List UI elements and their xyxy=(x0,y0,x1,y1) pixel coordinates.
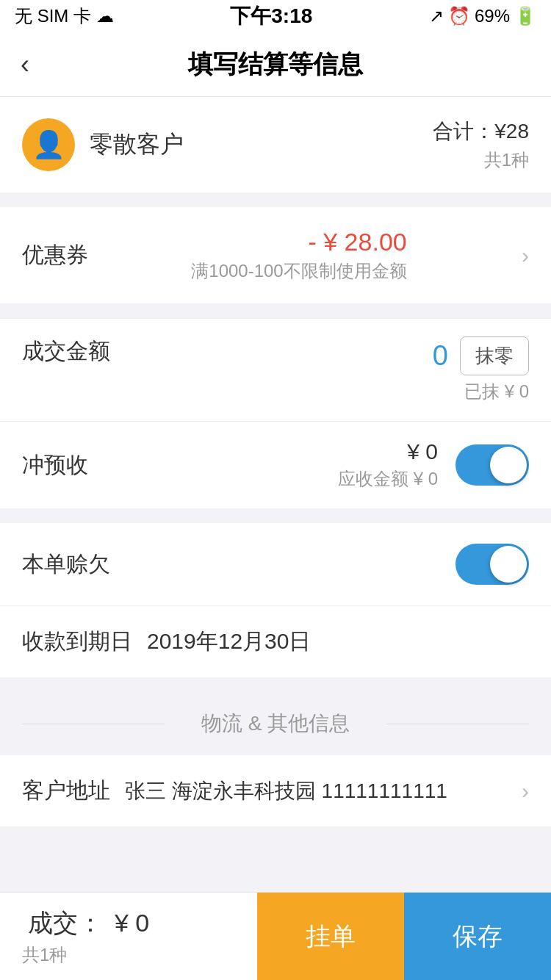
hang-order-button[interactable]: 挂单 xyxy=(257,893,404,981)
status-bar: 无 SIM 卡 ☁ 下午3:18 ↗ ⏰ 69% 🔋 xyxy=(0,0,551,32)
battery-level: 69% xyxy=(475,6,510,26)
coupon-row[interactable]: 优惠券 - ¥ 28.00 满1000-100不限制使用金额 › xyxy=(0,207,551,303)
debt-label: 本单赊欠 xyxy=(22,550,110,580)
divider-text: 物流 & 其他信息 xyxy=(201,710,350,738)
due-date-value: 2019年12月30日 xyxy=(147,627,311,657)
pre-collection-label: 冲预收 xyxy=(22,450,88,480)
customer-row: 👤 零散客户 合计：¥28 共1种 xyxy=(0,97,551,192)
battery-icon: 🔋 xyxy=(514,6,536,26)
coupon-value: - ¥ 28.00 xyxy=(191,228,406,256)
address-label: 客户地址 xyxy=(22,776,110,806)
coupon-sub: 满1000-100不限制使用金额 xyxy=(191,259,406,283)
debt-toggle-knob xyxy=(490,546,527,583)
divider-line-left xyxy=(22,724,165,724)
customer-name: 零散客户 xyxy=(90,129,184,161)
debt-toggle[interactable] xyxy=(455,544,529,585)
address-value: 张三 海淀永丰科技园 11111111111 xyxy=(125,777,447,805)
address-chevron-icon: › xyxy=(522,779,529,804)
toggle-knob xyxy=(490,447,527,483)
pre-collection-row: 冲预收 ¥ 0 应收金额 ¥ 0 xyxy=(0,421,551,508)
status-left: 无 SIM 卡 ☁ xyxy=(15,4,114,28)
pre-collection-amount: ¥ 0 xyxy=(338,439,438,464)
pre-collection-toggle[interactable] xyxy=(455,444,529,486)
bottom-bar: 成交：¥ 0 共1种 挂单 保存 xyxy=(0,892,551,980)
main-content: 👤 零散客户 合计：¥28 共1种 优惠券 - ¥ 28.00 满1000-10… xyxy=(0,97,551,944)
pre-collection-sub: 应收金额 ¥ 0 xyxy=(338,467,438,491)
deal-amount-label: 成交金额 xyxy=(22,336,110,367)
status-time: 下午3:18 xyxy=(230,2,312,30)
round-zero-button[interactable]: 抹零 xyxy=(460,336,529,375)
status-right: ↗ ⏰ 69% 🔋 xyxy=(429,6,536,26)
avatar: 👤 xyxy=(22,118,75,171)
deal-amount-value[interactable]: 0 xyxy=(433,340,448,372)
alarm-icon: ⏰ xyxy=(448,6,470,26)
save-button[interactable]: 保存 xyxy=(404,893,551,981)
deal-section: 成交金额 0 抹零 已抹 ¥ 0 冲预收 ¥ 0 应收金额 ¥ 0 xyxy=(0,318,551,508)
deal-amount-sub: 已抹 ¥ 0 xyxy=(433,380,529,403)
customer-section: 👤 零散客户 合计：¥28 共1种 xyxy=(0,97,551,192)
logistics-divider: 物流 & 其他信息 xyxy=(0,692,551,755)
location-icon: ↗ xyxy=(429,6,444,26)
avatar-icon: 👤 xyxy=(32,129,65,160)
total-count: 共1种 xyxy=(433,148,529,172)
sim-status: 无 SIM 卡 ☁ xyxy=(15,4,114,28)
nav-bar: ‹ 填写结算等信息 xyxy=(0,32,551,97)
address-row[interactable]: 客户地址 张三 海淀永丰科技园 11111111111 › xyxy=(0,755,551,826)
due-date-row[interactable]: 收款到期日 2019年12月30日 xyxy=(0,605,551,677)
total-label: 合计：¥28 xyxy=(433,118,529,145)
bottom-deal-label: 成交：¥ 0 xyxy=(22,907,235,940)
divider-line-right xyxy=(386,724,529,724)
debt-section: 本单赊欠 收款到期日 2019年12月30日 xyxy=(0,523,551,677)
due-date-label: 收款到期日 xyxy=(22,627,132,657)
bottom-count: 共1种 xyxy=(22,943,235,967)
back-button[interactable]: ‹ xyxy=(21,49,29,80)
page-title: 填写结算等信息 xyxy=(188,48,363,82)
address-section[interactable]: 客户地址 张三 海淀永丰科技园 11111111111 › xyxy=(0,755,551,826)
coupon-section[interactable]: 优惠券 - ¥ 28.00 满1000-100不限制使用金额 › xyxy=(0,207,551,303)
coupon-label: 优惠券 xyxy=(22,240,88,270)
bottom-summary: 成交：¥ 0 共1种 xyxy=(0,907,257,967)
debt-row: 本单赊欠 xyxy=(0,523,551,605)
coupon-chevron-icon: › xyxy=(522,243,529,268)
deal-amount-row: 成交金额 0 抹零 已抹 ¥ 0 xyxy=(0,318,551,421)
